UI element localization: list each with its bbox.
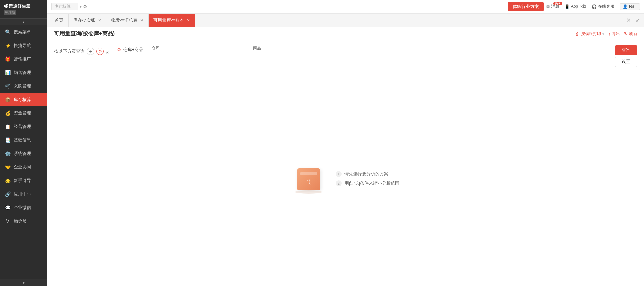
product-input-container[interactable]: ··· [253,52,347,60]
tab-actions: ✕ ⤢ [625,16,641,25]
filter-add-button[interactable]: + [87,48,94,55]
user-menu[interactable]: 👤 Rit [620,3,640,10]
empty-illustration [292,162,326,196]
scheme-icon: ⚙ [117,47,121,52]
printer-icon: 🖨 [575,31,579,36]
filter-setting-button[interactable]: ⚙ [96,48,104,55]
chevron-down-icon: ▾ [80,4,82,9]
sidebar-item-inventory[interactable]: 📦 库存核算 [0,93,47,106]
tab-close-icon[interactable]: ✕ [187,18,190,23]
vip-icon: V [5,218,11,224]
warehouse-dots-icon[interactable]: ··· [242,53,246,58]
sidebar-item-appcenter[interactable]: 🔗 应用中心 [0,187,47,201]
sidebar-item-business[interactable]: 📋 经营管理 [0,120,47,133]
query-btn-group: 查询 设置 [615,45,637,67]
filter-scheme-item[interactable]: ⚙ 仓库+商品 [114,45,146,54]
refresh-icon: ↻ [624,31,628,36]
print-button[interactable]: 🖨 按模板打印 ▾ [575,31,604,37]
message-badge: 99+ [553,2,562,5]
export-label: 导出 [612,31,620,37]
clipboard-icon: 📋 [5,124,11,130]
sidebar-item-sales[interactable]: 📊 销售管理 [0,66,47,79]
query-button[interactable]: 查询 [615,45,637,55]
filter-fields: 仓库 ··· 商品 ··· [152,45,610,60]
export-button[interactable]: ↑ 导出 [609,31,620,37]
tab-home-label: 首页 [55,17,63,23]
box-icon: 📦 [5,97,11,103]
header-right: ✉ 消息 99+ 📱 App下载 🎧 在线客服 👤 Rit [546,3,640,10]
gift-icon: 🎁 [5,56,11,62]
sidebar-item-purchase[interactable]: 🛒 采购管理 [0,79,47,93]
sidebar-item-label: 销售管理 [14,70,31,76]
tab-close-icon[interactable]: ✕ [140,18,144,23]
link-icon: 🔗 [5,191,11,197]
filter-schemes: ⚙ 仓库+商品 [114,45,146,54]
sidebar-item-label: 搜索菜单 [14,29,31,35]
product-field: 商品 ··· [253,45,347,60]
sidebar-item-label: 资金管理 [14,110,31,116]
cart-icon: 🛒 [5,83,11,89]
setting-button[interactable]: 设置 [615,57,637,67]
sidebar-item-label: 快捷导航 [14,43,31,49]
tab-close-icon[interactable]: ✕ [98,18,101,23]
empty-hint-2: 2 用[过滤]条件来缩小分析范围 [336,180,400,186]
sidebar-item-system[interactable]: ⚙️ 系统管理 [0,147,47,160]
sidebar-item-search[interactable]: 🔍 搜索菜单 [0,25,47,39]
message-button[interactable]: ✉ 消息 99+ [546,4,559,9]
version-tag: 标准版 [4,10,16,15]
hint-number-2: 2 [336,180,342,186]
sidebar-item-wechat[interactable]: 💬 企业微信 [0,201,47,214]
sidebar-item-basic[interactable]: 📑 基础信息 [0,133,47,147]
tab-batch[interactable]: 库存批次账 ✕ [69,14,106,27]
warehouse-input[interactable] [152,53,241,58]
sidebar-item-label: 基础信息 [14,137,31,143]
sidebar-item-label: 采购管理 [14,83,31,89]
page-header-actions: 🖨 按模板打印 ▾ ↑ 导出 ↻ 刷新 [575,31,638,37]
app-download-label: App下载 [571,4,586,9]
tab-available[interactable]: 可用量库存账本 ✕ [149,14,195,27]
trial-button[interactable]: 体验行业方案 [508,2,544,11]
main-area: 库存核算 ▾ ⚙ 体验行业方案 ✉ 消息 99+ 📱 App下载 🎧 在线客服 … [47,0,644,286]
sidebar-menu: 🔍 搜索菜单 ⚡ 快捷导航 🎁 营销推广 📊 销售管理 🛒 采购管理 📦 库存核… [0,25,47,279]
warehouse-input-container[interactable]: ··· [152,52,246,60]
service-button[interactable]: 🎧 在线客服 [592,4,614,9]
sidebar-item-enterprise[interactable]: 🤝 企业协同 [0,160,47,174]
sidebar-item-label: 营销推广 [14,56,31,62]
message-icon: ✉ [546,4,550,9]
filter-section: 按以下方案查询 + ⚙ « ⚙ 仓库+商品 仓库 ··· [47,41,644,71]
chat-icon: 💬 [5,205,11,211]
shortcut-icon: ⚡ [5,43,11,49]
headset-icon: 🎧 [592,4,597,9]
empty-box-icon [297,168,320,190]
sidebar-item-label: 应用中心 [14,191,31,197]
sidebar-item-marketing[interactable]: 🎁 营销推广 [0,52,47,66]
gear-icon: ⚙️ [5,151,11,157]
settings-icon[interactable]: ⚙ [83,4,87,9]
sidebar-item-shortcut[interactable]: ⚡ 快捷导航 [0,39,47,52]
tab-expand-button[interactable]: ⤢ [634,16,641,25]
tab-summary[interactable]: 收发存汇总表 ✕ [106,14,149,27]
sidebar-item-newuser[interactable]: 🌟 新手引导 [0,174,47,187]
sidebar-item-finance[interactable]: 💰 资金管理 [0,106,47,120]
tab-home[interactable]: 首页 [50,14,69,27]
warehouse-label: 仓库 [152,45,246,51]
sidebar-scroll-up[interactable]: ▲ [0,19,47,25]
tab-available-label: 可用量库存账本 [153,17,184,23]
product-input[interactable] [253,53,342,58]
sidebar-logo: 畅康通好生意 标准版 [0,0,47,19]
user-name: Rit [629,4,634,9]
filter-collapse-icon[interactable]: « [106,47,109,55]
breadcrumb: 库存核算 ▾ ⚙ [51,3,505,10]
app-download-button[interactable]: 📱 App下载 [565,4,586,9]
tab-close-button[interactable]: ✕ [625,16,632,25]
hint-text-2: 用[过滤]条件来缩小分析范围 [344,180,400,186]
hint-number-1: 1 [336,171,342,177]
sidebar-item-label: 库存核算 [14,97,31,103]
refresh-button[interactable]: ↻ 刷新 [624,31,637,37]
empty-hint-1: 1 请先选择要分析的方案 [336,171,400,177]
sidebar: 畅康通好生意 标准版 ▲ 🔍 搜索菜单 ⚡ 快捷导航 🎁 营销推广 📊 销售管理… [0,0,47,286]
sidebar-item-member[interactable]: V 畅会员 [0,214,47,228]
product-dots-icon[interactable]: ··· [343,53,347,58]
breadcrumb-text: 库存核算 [51,3,78,10]
sidebar-scroll-down[interactable]: ▼ [0,279,47,286]
